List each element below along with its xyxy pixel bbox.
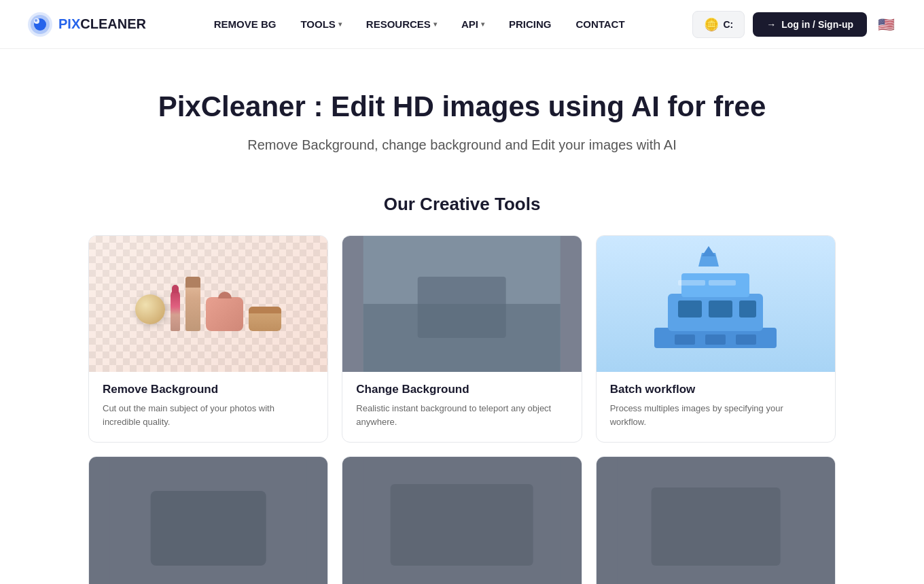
tools-grid: Remove Background Cut out the main subje… [88, 235, 836, 584]
credits-coin-icon: 🪙 [704, 17, 719, 32]
resources-chevron-icon: ▾ [433, 20, 437, 28]
svg-rect-19 [678, 280, 705, 286]
logo-icon [27, 12, 53, 37]
tool-image-batch-workflow [597, 236, 835, 372]
nav-item-pricing[interactable]: PRICING [499, 13, 561, 35]
tool-card-batch-workflow[interactable]: Batch workflow Process multiples images … [596, 235, 836, 443]
tool-title-remove-background: Remove Background [103, 383, 314, 396]
svg-rect-18 [739, 300, 756, 317]
svg-rect-13 [736, 334, 756, 345]
nav-item-remove-bg[interactable]: REMOVE BG [205, 13, 286, 35]
tool-desc-batch-workflow: Process multiples images by specifying y… [610, 402, 821, 428]
api-chevron-icon: ▾ [481, 20, 484, 28]
header: PIXCLEANER REMOVE BG TOOLS ▾ RESOURCES ▾… [0, 0, 924, 49]
tool-image-image-generation [89, 457, 327, 584]
tool-desc-remove-background: Cut out the main subject of your photos … [103, 402, 314, 428]
nav-item-resources[interactable]: RESOURCES ▾ [357, 13, 446, 35]
tool-image-remove-background [89, 236, 327, 372]
tools-section: Our Creative Tools Remove Background [27, 194, 897, 584]
tool-card-remove-background[interactable]: Remove Background Cut out the main subje… [88, 235, 328, 443]
img-enhance-illustration [342, 457, 581, 584]
nav-item-contact[interactable]: CONTACT [566, 13, 634, 35]
tool-image-image-enhancer [342, 457, 581, 584]
main-content: PixCleaner : Edit HD images using AI for… [0, 49, 924, 584]
svg-point-4 [35, 19, 37, 22]
svg-marker-15 [702, 246, 715, 256]
interactive-illustration [597, 457, 835, 584]
logo[interactable]: PIXCLEANER [27, 12, 146, 37]
svg-rect-22 [151, 491, 266, 566]
svg-rect-16 [678, 300, 702, 317]
tools-chevron-icon: ▾ [338, 20, 342, 28]
main-nav: REMOVE BG TOOLS ▾ RESOURCES ▾ API ▾ PRIC… [205, 13, 635, 35]
tool-desc-change-background: Realistic instant background to teleport… [356, 402, 567, 428]
header-actions: 🪙 C: → Log in / Sign-up 🇺🇸 [692, 11, 897, 38]
hero-title: PixCleaner : Edit HD images using AI for… [27, 90, 897, 124]
tool-card-change-background[interactable]: Change Background Realistic instant back… [342, 235, 582, 443]
change-bg-illustration [342, 236, 581, 372]
img-gen-illustration [89, 457, 327, 584]
tool-info-remove-background: Remove Background Cut out the main subje… [89, 372, 327, 442]
svg-rect-11 [675, 334, 695, 345]
tool-info-change-background: Change Background Realistic instant back… [342, 372, 581, 442]
tool-title-batch-workflow: Batch workflow [610, 383, 821, 396]
login-icon: → [766, 19, 776, 30]
tool-card-image-generation[interactable]: Image Generation Generate high-resolutio… [88, 456, 328, 584]
batch-illustration [597, 236, 835, 372]
tool-card-image-enhancer[interactable]: Image Enhancer Enhance your images and b… [342, 456, 582, 584]
svg-rect-17 [709, 300, 732, 317]
language-selector[interactable]: 🇺🇸 [875, 16, 897, 33]
tool-card-interactive-touch[interactable]: Interactive Touch Remove background of y… [596, 456, 836, 584]
logo-text: PIXCLEANER [58, 16, 146, 32]
tool-info-batch-workflow: Batch workflow Process multiples images … [597, 372, 835, 442]
tool-image-interactive-touch [597, 457, 835, 584]
credits-button[interactable]: 🪙 C: [692, 11, 745, 38]
hero-section: PixCleaner : Edit HD images using AI for… [27, 90, 897, 153]
svg-rect-12 [705, 334, 726, 345]
svg-rect-20 [709, 280, 736, 286]
nav-item-api[interactable]: API ▾ [452, 13, 494, 35]
svg-rect-24 [391, 484, 533, 566]
svg-rect-26 [651, 487, 780, 566]
tool-image-change-background [342, 236, 581, 372]
tool-title-change-background: Change Background [356, 383, 567, 396]
hero-subtitle: Remove Background, change background and… [27, 137, 897, 153]
login-button[interactable]: → Log in / Sign-up [753, 12, 867, 37]
section-title: Our Creative Tools [27, 194, 897, 215]
nav-item-tools[interactable]: TOOLS ▾ [291, 13, 351, 35]
svg-rect-7 [418, 277, 506, 338]
